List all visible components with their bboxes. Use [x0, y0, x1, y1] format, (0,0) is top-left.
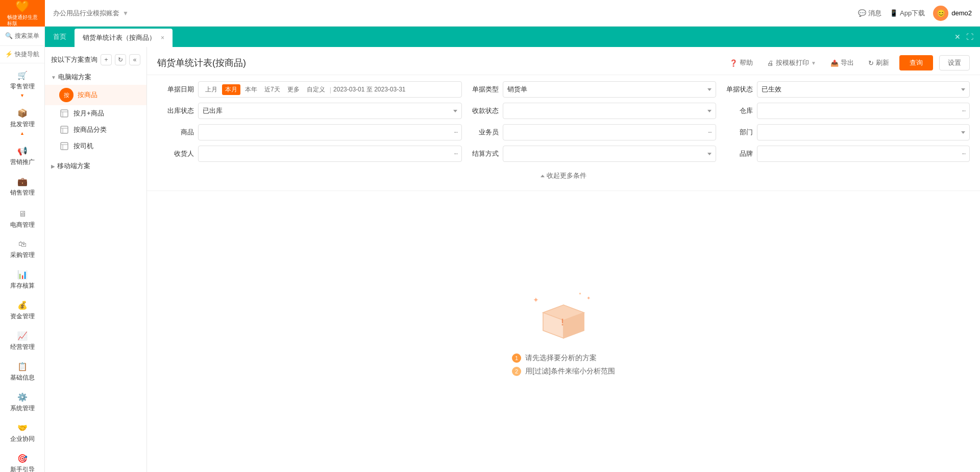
sidebar-item-sales[interactable]: 💼 销售管理	[0, 172, 44, 202]
brand-dots: ···	[962, 149, 965, 158]
sidebar-item-finance[interactable]: 💰 资金管理	[0, 295, 44, 326]
scheme-label-4: 按司机	[74, 141, 93, 151]
brand-filter[interactable]: ···	[757, 146, 970, 162]
add-scheme-btn[interactable]: +	[101, 54, 112, 65]
date-filter[interactable]: 上月 本月 本年 近7天 更多 自定义 | 2023-03-01 至 2023-…	[198, 81, 462, 98]
wholesale-icon: 📦	[17, 108, 28, 118]
collapse-label: 收起更多条件	[547, 171, 586, 180]
close-window-btn[interactable]: ✕	[953, 33, 962, 41]
sidebar-item-label: 库存核算	[10, 281, 35, 290]
svg-rect-6	[61, 143, 68, 150]
page-header: 销货单统计表(按商品) ❓ 帮助 🖨 按模板打印 ▼ 📤 导出	[147, 47, 980, 75]
refresh-btn[interactable]: ↻ 刷新	[864, 56, 893, 69]
date-label: 单据日期	[157, 85, 198, 94]
active-tab-label: 销货单统计表（按商品）	[83, 33, 156, 42]
tab-home[interactable]: 首页	[45, 27, 75, 47]
scheme-item-by-month-goods[interactable]: 按月+商品	[45, 105, 146, 122]
sidebar-item-wholesale[interactable]: 📦 批发管理 ▲	[0, 103, 44, 141]
dept-arrow	[961, 131, 965, 134]
export-btn[interactable]: 📤 导出	[826, 56, 858, 69]
svg-rect-0	[61, 110, 68, 117]
tab-close-icon[interactable]: ×	[161, 34, 164, 41]
mobile-group-title[interactable]: ▶ 移动端方案	[45, 158, 146, 174]
sales-icon: 💼	[17, 177, 28, 186]
collapse-up-icon	[541, 175, 545, 177]
print-btn[interactable]: 🖨 按模板打印 ▼	[763, 56, 820, 69]
sidebar-item-collab[interactable]: 🤝 企业协同	[0, 418, 44, 449]
messages-btn[interactable]: 💬 消息	[858, 9, 881, 18]
collect-status-label: 收款状态	[462, 106, 503, 115]
date-btn-recent7[interactable]: 近7天	[262, 84, 283, 95]
date-separator: |	[330, 86, 331, 93]
user-avatar: 😊	[933, 6, 948, 21]
out-status-filter[interactable]: 已出库	[198, 103, 462, 119]
sidebar-quick-nav[interactable]: ⚡ 快捷导航	[0, 46, 44, 63]
receiver-filter[interactable]: ···	[198, 146, 462, 162]
collapse-filter-btn[interactable]: 收起更多条件	[157, 167, 970, 184]
scheme-icon-3	[59, 141, 69, 151]
sidebar-item-guide[interactable]: 🎯 新手引导	[0, 449, 44, 472]
payment-filter[interactable]	[503, 146, 716, 162]
payment-label: 结算方式	[462, 149, 503, 158]
user-menu[interactable]: 😊 demo2	[933, 6, 972, 21]
scheme-item-by-category[interactable]: 按商品分类	[45, 122, 146, 138]
app-download-btn[interactable]: 📱 App下载	[890, 9, 925, 18]
date-btn-last-month[interactable]: 上月	[203, 84, 220, 95]
maximize-window-btn[interactable]: ⛶	[966, 33, 974, 41]
dropdown-arrow[interactable]: ▼	[122, 10, 129, 17]
doc-type-filter[interactable]: 销货单	[503, 81, 716, 98]
header-actions: 💬 消息 📱 App下载 😊 demo2	[858, 6, 972, 21]
main-area: 办公用品行业模拟账套 ▼ 💬 消息 📱 App下载 😊 demo2 首页	[45, 0, 980, 472]
desktop-group-label: 电脑端方案	[58, 73, 91, 82]
sidebar-search[interactable]: 🔍 搜索菜单	[0, 27, 44, 46]
sidebar-item-operations[interactable]: 📈 经营管理	[0, 326, 44, 357]
refresh-icon: ↻	[868, 59, 874, 67]
sidebar-item-label: 经营管理	[10, 343, 35, 351]
warehouse-filter[interactable]: ···	[757, 103, 970, 119]
collapse-panel-btn[interactable]: «	[129, 54, 140, 65]
sidebar-logo[interactable]: 🧡 畅捷通好生意 标版	[0, 0, 45, 27]
left-panel: 按以下方案查询 + ↻ « ▼ 电脑端方案 按 按商品	[45, 47, 147, 472]
doc-status-filter[interactable]: 已生效	[757, 81, 970, 98]
sidebar-item-ecommerce[interactable]: 🖥 电商管理	[0, 204, 44, 234]
goods-label: 商品	[157, 128, 198, 137]
query-btn[interactable]: 查询	[899, 55, 933, 70]
collect-status-filter[interactable]	[503, 103, 716, 119]
goods-filter[interactable]: ···	[198, 124, 462, 140]
date-btn-this-year[interactable]: 本年	[242, 84, 260, 95]
sidebar-item-purchase[interactable]: 🛍 采购管理	[0, 234, 44, 265]
date-btn-this-month[interactable]: 本月	[222, 84, 240, 95]
refresh-scheme-btn[interactable]: ↻	[115, 54, 126, 65]
tab-active[interactable]: 销货单统计表（按商品） ×	[75, 29, 173, 47]
basics-icon: 📋	[17, 362, 28, 371]
sidebar-item-system[interactable]: ⚙️ 系统管理	[0, 387, 44, 418]
mobile-scheme-group: ▶ 移动端方案	[45, 158, 146, 174]
finance-icon: 💰	[17, 300, 28, 310]
sidebar-item-retail[interactable]: 🛒 零售管理 ▼	[0, 65, 44, 103]
date-btn-more[interactable]: 更多	[285, 84, 302, 95]
payment-arrow	[707, 153, 712, 155]
svg-text:!: !	[561, 317, 564, 327]
collab-icon: 🤝	[17, 423, 28, 433]
sidebar-item-inventory[interactable]: 📊 库存核算	[0, 265, 44, 295]
sidebar-item-label: 新手引导	[10, 465, 35, 472]
salesperson-label: 业务员	[462, 128, 503, 137]
print-icon: 🖨	[767, 59, 774, 67]
scheme-item-by-driver[interactable]: 按司机	[45, 138, 146, 154]
scheme-item-by-goods[interactable]: 按 按商品	[45, 85, 146, 105]
sidebar-item-marketing[interactable]: 📢 营销推广	[0, 141, 44, 172]
salesperson-filter[interactable]: ···	[503, 124, 716, 140]
dept-filter[interactable]	[757, 124, 970, 140]
filter-area: 单据日期 上月 本月 本年 近7天 更多 自定义 | 2023-03-01 至 …	[147, 75, 980, 191]
svg-text:●: ●	[579, 291, 581, 296]
goods-dots: ···	[454, 128, 457, 137]
help-btn[interactable]: ❓ 帮助	[725, 56, 757, 69]
help-icon: ❓	[729, 59, 738, 67]
right-panel: 销货单统计表(按商品) ❓ 帮助 🖨 按模板打印 ▼ 📤 导出	[147, 47, 980, 472]
sidebar-item-basics[interactable]: 📋 基础信息	[0, 357, 44, 387]
settings-btn[interactable]: 设置	[939, 55, 970, 70]
svg-text:✦: ✦	[533, 296, 539, 304]
date-btn-custom[interactable]: 自定义	[304, 84, 328, 95]
desktop-group-title[interactable]: ▼ 电脑端方案	[45, 69, 146, 85]
warehouse-label: 仓库	[716, 106, 757, 115]
